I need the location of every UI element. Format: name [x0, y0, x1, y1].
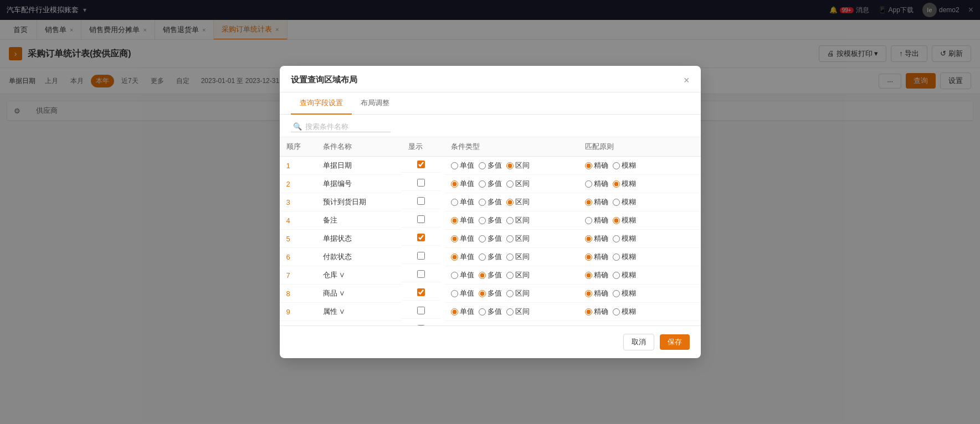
- field-row-order: 1: [280, 157, 316, 175]
- type-radio-单值[interactable]: 单值: [451, 307, 474, 317]
- dialog: 设置查询区域布局 × 查询字段设置 布局调整 🔍: [280, 66, 701, 358]
- type-radio-单值[interactable]: 单值: [451, 252, 474, 262]
- field-row-match: 精确模糊: [578, 321, 700, 326]
- dialog-header: 设置查询区域布局 ×: [280, 66, 701, 92]
- display-checkbox[interactable]: [417, 270, 425, 278]
- match-radio-精确[interactable]: 精确: [585, 161, 608, 170]
- field-row-display[interactable]: [402, 193, 440, 209]
- type-radio-多值[interactable]: 多值: [479, 179, 502, 189]
- field-row-type: 单值多值区间: [444, 248, 578, 266]
- type-radio-单值[interactable]: 单值: [451, 197, 474, 207]
- display-checkbox[interactable]: [417, 215, 425, 223]
- field-row-type: 单值多值区间: [444, 175, 578, 193]
- match-radio-精确[interactable]: 精确: [585, 252, 608, 262]
- field-row-match: 精确模糊: [578, 303, 700, 321]
- field-table-row: 1单据日期单值多值区间精确模糊: [280, 157, 701, 175]
- match-radio-模糊[interactable]: 模糊: [613, 179, 636, 189]
- field-row-order: 10: [280, 321, 316, 326]
- type-radio-多值[interactable]: 多值: [479, 252, 502, 262]
- match-radio-模糊[interactable]: 模糊: [613, 215, 636, 225]
- type-radio-多值[interactable]: 多值: [479, 161, 502, 170]
- cancel-btn[interactable]: 取消: [623, 334, 654, 350]
- type-radio-多值[interactable]: 多值: [479, 270, 502, 280]
- match-radio-模糊[interactable]: 模糊: [613, 197, 636, 207]
- type-radio-区间[interactable]: 区间: [506, 270, 530, 280]
- search-icon: 🔍: [293, 122, 302, 131]
- field-row-type: 单值多值区间: [444, 303, 578, 321]
- type-radio-多值[interactable]: 多值: [479, 288, 502, 298]
- field-row-display[interactable]: [402, 157, 440, 173]
- match-radio-模糊[interactable]: 模糊: [613, 252, 636, 262]
- match-radio-精确[interactable]: 精确: [585, 288, 608, 298]
- display-checkbox[interactable]: [417, 252, 425, 260]
- type-radio-单值[interactable]: 单值: [451, 234, 474, 244]
- display-checkbox[interactable]: [417, 307, 425, 314]
- display-checkbox[interactable]: [417, 288, 425, 296]
- display-checkbox[interactable]: [417, 234, 425, 241]
- field-row-display[interactable]: [402, 266, 440, 282]
- field-row-display[interactable]: [402, 285, 440, 301]
- type-radio-单值[interactable]: 单值: [451, 179, 474, 189]
- type-radio-区间[interactable]: 区间: [506, 215, 530, 225]
- match-radio-精确[interactable]: 精确: [585, 307, 608, 317]
- display-checkbox[interactable]: [417, 179, 425, 187]
- match-radio-模糊[interactable]: 模糊: [613, 307, 636, 317]
- match-radio-精确[interactable]: 精确: [585, 179, 608, 189]
- th-name: 条件名称: [316, 137, 402, 157]
- field-row-name: 预计到货日期: [316, 193, 402, 211]
- field-row-display[interactable]: [402, 321, 440, 326]
- match-radio-模糊[interactable]: 模糊: [613, 270, 636, 280]
- th-type: 条件类型: [444, 137, 578, 157]
- field-row-name: 仓库 ∨: [316, 266, 402, 285]
- match-radio-精确[interactable]: 精确: [585, 270, 608, 280]
- field-row-type: 单值多值区间: [444, 157, 578, 175]
- type-radio-多值[interactable]: 多值: [479, 215, 502, 225]
- field-row-type: 单值多值区间: [444, 285, 578, 303]
- type-radio-单值[interactable]: 单值: [451, 288, 474, 298]
- field-row-type: 单值多值区间: [444, 230, 578, 248]
- field-row-display[interactable]: [402, 175, 440, 191]
- dialog-tab-layout[interactable]: 布局调整: [352, 92, 398, 115]
- search-input[interactable]: [305, 122, 383, 131]
- type-radio-多值[interactable]: 多值: [479, 234, 502, 244]
- field-row-display[interactable]: [402, 303, 440, 319]
- field-row-display[interactable]: [402, 211, 440, 227]
- field-row-type: 单值多值区间: [444, 266, 578, 285]
- match-radio-模糊[interactable]: 模糊: [613, 234, 636, 244]
- type-radio-单值[interactable]: 单值: [451, 215, 474, 225]
- field-row-display[interactable]: [402, 230, 440, 246]
- field-row-match: 精确模糊: [578, 175, 700, 193]
- display-checkbox[interactable]: [417, 197, 425, 205]
- type-radio-区间[interactable]: 区间: [506, 288, 530, 298]
- page-content: › 采购订单统计表(按供应商) 🖨 按模板打印 ▾ ↑ 导出 ↺ 刷新 单据日期…: [0, 40, 980, 424]
- field-row-match: 精确模糊: [578, 248, 700, 266]
- type-radio-区间[interactable]: 区间: [506, 234, 530, 244]
- type-radio-多值[interactable]: 多值: [479, 307, 502, 317]
- field-row-order: 8: [280, 285, 316, 303]
- type-radio-区间[interactable]: 区间: [506, 252, 530, 262]
- field-row-match: 精确模糊: [578, 211, 700, 230]
- dialog-close-btn[interactable]: ×: [684, 75, 690, 85]
- match-radio-模糊[interactable]: 模糊: [613, 161, 636, 170]
- match-radio-模糊[interactable]: 模糊: [613, 288, 636, 298]
- type-radio-区间[interactable]: 区间: [506, 307, 530, 317]
- field-row-match: 精确模糊: [578, 157, 700, 175]
- save-btn[interactable]: 保存: [660, 334, 690, 350]
- field-table-row: 6付款状态单值多值区间精确模糊: [280, 248, 701, 266]
- field-table-row: 3预计到货日期单值多值区间精确模糊: [280, 193, 701, 211]
- field-table: 顺序 条件名称 显示 条件类型 匹配原则 1单据日期单值多值区间精确模糊2单据编…: [280, 137, 701, 325]
- type-radio-区间[interactable]: 区间: [506, 161, 530, 170]
- th-display: 显示: [402, 137, 444, 157]
- dialog-tab-bar: 查询字段设置 布局调整: [280, 92, 701, 115]
- match-radio-精确[interactable]: 精确: [585, 215, 608, 225]
- dialog-tab-query-fields[interactable]: 查询字段设置: [291, 92, 352, 115]
- match-radio-精确[interactable]: 精确: [585, 197, 608, 207]
- type-radio-单值[interactable]: 单值: [451, 161, 474, 170]
- type-radio-区间[interactable]: 区间: [506, 197, 530, 207]
- type-radio-区间[interactable]: 区间: [506, 179, 530, 189]
- type-radio-多值[interactable]: 多值: [479, 197, 502, 207]
- type-radio-单值[interactable]: 单值: [451, 270, 474, 280]
- match-radio-精确[interactable]: 精确: [585, 234, 608, 244]
- field-row-display[interactable]: [402, 248, 440, 264]
- display-checkbox[interactable]: [417, 161, 425, 168]
